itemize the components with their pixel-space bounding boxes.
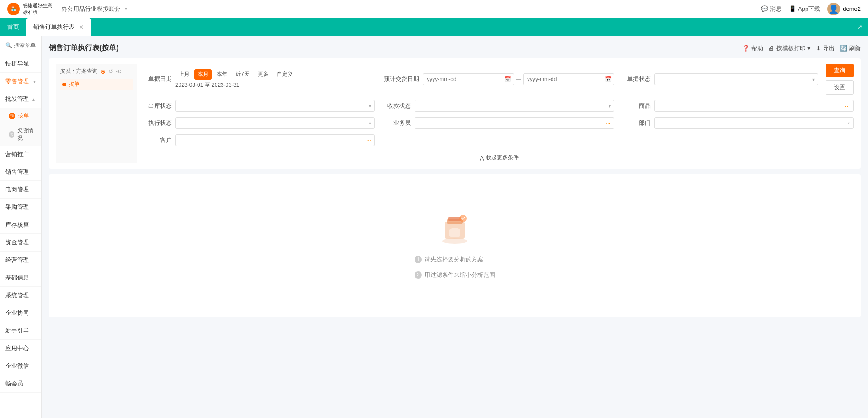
tab-sales-order-exec[interactable]: 销售订单执行表 ✕ xyxy=(26,18,91,36)
sidebar-sub-item-press-order[interactable]: 按 按单 xyxy=(0,108,41,123)
minimize-icon[interactable]: — xyxy=(847,24,854,31)
date-custom-btn[interactable]: 自定义 xyxy=(274,69,296,80)
customer-control: ··· xyxy=(175,134,375,146)
date-this-month-btn[interactable]: 本月 xyxy=(194,69,212,80)
settings-button[interactable]: 设置 xyxy=(826,80,854,95)
sidebar-item-wholesale-mgmt[interactable]: 批发管理 ▲ xyxy=(0,90,41,108)
exec-status-label: 执行状态 xyxy=(145,119,172,127)
goods-input[interactable] xyxy=(654,100,854,112)
sidebar-item-inventory-check[interactable]: 库存核算 xyxy=(0,216,41,234)
sidebar-sub-item-owe-situation[interactable]: 欠 欠货情况 xyxy=(0,123,41,146)
filter-panel: 按以下方案查询 ⊕ ↺ ≪ 按单 xyxy=(49,58,861,169)
filter-goods-field: 商品 ··· xyxy=(623,100,854,112)
sidebar-item-ecommerce-mgmt[interactable]: 电商管理 xyxy=(0,181,41,199)
sidebar-item-new-guide[interactable]: 新手引导 xyxy=(0,322,41,340)
scheme-collapse-icon[interactable]: ≪ xyxy=(116,68,122,75)
sidebar-search-area[interactable]: 🔍 搜索菜单 xyxy=(0,36,41,55)
user-name: demo2 xyxy=(843,5,861,12)
date-this-year-btn[interactable]: 本年 xyxy=(213,69,231,80)
expected-date-from-input[interactable] xyxy=(423,73,514,85)
filter-salesperson-field: 业务员 ··· xyxy=(384,117,614,129)
tab-close-icon[interactable]: ✕ xyxy=(79,24,84,30)
filter-exec-status-field: 执行状态 xyxy=(145,117,375,129)
refresh-button[interactable]: 🔄 刷新 xyxy=(840,44,861,52)
sidebar-item-marketing[interactable]: 营销推广 xyxy=(0,146,41,163)
owe-situation-icon: 欠 xyxy=(9,131,14,138)
customer-input[interactable] xyxy=(175,134,375,146)
filter-expected-date-field: 预计交货日期 📅 — 📅 xyxy=(384,64,614,95)
workspace-arrow-icon[interactable]: ▾ xyxy=(125,6,127,11)
department-label: 部门 xyxy=(623,119,651,127)
collapse-more-btn[interactable]: ⋀ 收起更多条件 xyxy=(480,154,519,162)
expected-date-range: 📅 — 📅 xyxy=(423,73,614,85)
collect-status-select[interactable] xyxy=(415,100,614,112)
salesperson-ellipsis-icon[interactable]: ··· xyxy=(604,119,613,127)
sidebar-item-business-mgmt[interactable]: 经营管理 xyxy=(0,252,41,269)
sidebar-item-purchase-mgmt[interactable]: 采购管理 xyxy=(0,199,41,216)
department-select[interactable] xyxy=(654,117,854,129)
message-action[interactable]: 💬 消息 xyxy=(761,5,782,13)
sidebar-item-basic-info[interactable]: 基础信息 xyxy=(0,269,41,287)
tab-home[interactable]: 首页 xyxy=(0,18,26,36)
page-title: 销售订单执行表(按单) xyxy=(49,43,119,53)
sidebar-item-sales-mgmt[interactable]: 销售管理 xyxy=(0,163,41,181)
filter-department-field: 部门 xyxy=(623,117,854,129)
press-order-icon: 按 xyxy=(9,113,15,119)
sidebar-item-enterprise-collab[interactable]: 企业协同 xyxy=(0,304,41,322)
sidebar-item-app-center[interactable]: 应用中心 xyxy=(0,340,41,357)
date-control: 上月 本月 本年 近7天 更多 自定义 2023-03-01 至 2023-03… xyxy=(175,69,375,89)
topbar-left: 🏪 畅捷通好生意 标准版 办公用品行业模拟账套 ▾ xyxy=(7,2,127,15)
salesperson-label: 业务员 xyxy=(384,119,411,127)
user-menu[interactable]: 👤 demo2 xyxy=(827,3,861,15)
sidebar-item-enterprise-wechat[interactable]: 企业微信 xyxy=(0,357,41,375)
status-select[interactable] xyxy=(654,73,818,85)
workspace-title: 办公用品行业模拟账套 xyxy=(61,5,120,13)
filter-actions: ⋀ 收起更多条件 xyxy=(145,150,854,163)
date-more-btn[interactable]: 更多 xyxy=(255,69,272,80)
collapse-icon: ⋀ xyxy=(480,155,484,161)
expected-date-label: 预计交货日期 xyxy=(384,75,419,83)
search-button[interactable]: 查询 xyxy=(826,64,854,77)
date-last-7days-btn[interactable]: 近7天 xyxy=(232,69,253,80)
sidebar-item-fund-mgmt[interactable]: 资金管理 xyxy=(0,234,41,252)
customer-ellipsis-icon[interactable]: ··· xyxy=(364,137,373,144)
search-icon: 🔍 xyxy=(5,42,12,48)
goods-ellipsis-icon[interactable]: ··· xyxy=(843,102,852,109)
cal-to-icon: 📅 xyxy=(605,76,612,82)
sidebar-item-member[interactable]: 畅会员 xyxy=(0,375,41,393)
goods-control: ··· xyxy=(654,100,854,112)
expected-date-to-input[interactable] xyxy=(523,73,614,85)
help-button[interactable]: ❓ 帮助 xyxy=(742,44,763,52)
scheme-selector: 按以下方案查询 ⊕ ↺ ≪ 按单 xyxy=(56,64,137,163)
app-download-action[interactable]: 📱 App下载 xyxy=(789,5,820,13)
nav-tabs-right: — ⤢ xyxy=(847,24,868,31)
scheme-add-icon[interactable]: ⊕ xyxy=(100,68,106,75)
tip-num-2: 2 xyxy=(415,271,422,279)
scheme-item-press-order[interactable]: 按单 xyxy=(60,79,133,90)
collect-status-control xyxy=(415,100,614,112)
maximize-icon[interactable]: ⤢ xyxy=(857,24,863,31)
sidebar-item-quick-nav[interactable]: 快捷导航 xyxy=(0,55,41,73)
sidebar-item-system-mgmt[interactable]: 系统管理 xyxy=(0,287,41,304)
sidebar-search-button[interactable]: 🔍 搜索菜单 xyxy=(4,40,38,51)
logo-area[interactable]: 🏪 畅捷通好生意 标准版 xyxy=(7,2,52,15)
print-icon: 🖨 xyxy=(769,45,774,52)
template-print-button[interactable]: 🖨 按模板打印 ▾ xyxy=(769,44,811,52)
filter-row-4: 客户 ··· xyxy=(145,134,854,146)
refresh-icon: 🔄 xyxy=(840,45,847,52)
date-range-display: 2023-03-01 至 2023-03-31 xyxy=(175,81,375,89)
exec-status-control xyxy=(175,117,375,129)
salesperson-input[interactable] xyxy=(415,117,614,129)
sidebar: 🔍 搜索菜单 快捷导航 零售管理 ▾ 批发管理 ▲ 按 按单 欠 欠货情况 xyxy=(0,36,42,418)
department-control xyxy=(654,117,854,129)
sidebar-item-retail-mgmt[interactable]: 零售管理 ▾ xyxy=(0,73,41,90)
status-label: 单据状态 xyxy=(623,75,651,83)
svg-rect-3 xyxy=(448,217,461,221)
exec-status-select[interactable] xyxy=(175,117,375,129)
date-last-month-btn[interactable]: 上月 xyxy=(175,69,193,80)
filter-container: 按以下方案查询 ⊕ ↺ ≪ 按单 xyxy=(56,64,854,163)
scheme-refresh-icon[interactable]: ↺ xyxy=(108,68,113,75)
export-button[interactable]: ⬇ 导出 xyxy=(816,44,835,52)
out-status-select[interactable] xyxy=(175,100,375,112)
scheme-header: 按以下方案查询 ⊕ ↺ ≪ xyxy=(60,67,133,75)
